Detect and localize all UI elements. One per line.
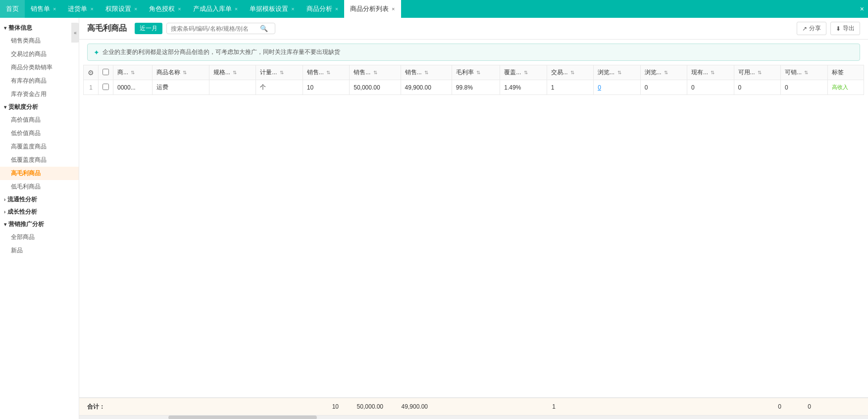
cell-browse1[interactable]: 0 bbox=[594, 80, 640, 95]
col-usable-stock[interactable]: 可用... ⇅ bbox=[734, 65, 780, 80]
col-tag[interactable]: 标签 bbox=[827, 65, 864, 80]
data-table: ⚙ 商... ⇅ 商品名称 ⇅ bbox=[83, 65, 864, 95]
sidebar: « ▾ 整体信息 销售类商品 交易过的商品 商品分类助销率 有库存的商品 库存资… bbox=[0, 18, 79, 419]
tab-permission[interactable]: 权限设置 × bbox=[100, 0, 143, 18]
share-icon: ↗ bbox=[802, 25, 807, 32]
sidebar-item-high-margin[interactable]: 高毛利商品 bbox=[0, 167, 79, 180]
sidebar-group-overall[interactable]: ▾ 整体信息 bbox=[0, 22, 79, 34]
export-button[interactable]: ⬇ 导出 bbox=[830, 22, 860, 35]
cell-sale-amount: 50,000.00 bbox=[350, 80, 401, 95]
col-code[interactable]: 商... ⇅ bbox=[113, 65, 153, 80]
sidebar-item-high-value[interactable]: 高价值商品 bbox=[0, 113, 79, 127]
sidebar-item-low-coverage[interactable]: 低覆盖度商品 bbox=[0, 153, 79, 167]
sort-icon: ⇅ bbox=[131, 70, 135, 75]
tab-product-analysis-list[interactable]: 商品分析列表 × bbox=[344, 0, 401, 18]
sidebar-item-low-value[interactable]: 低价值商品 bbox=[0, 127, 79, 140]
sort-icon: ⇅ bbox=[570, 70, 574, 75]
sort-icon: ⇅ bbox=[476, 70, 480, 75]
chevron-down-icon: ▾ bbox=[4, 25, 6, 31]
col-saleable-stock[interactable]: 可销... ⇅ bbox=[781, 65, 827, 80]
col-sale-qty[interactable]: 销售... ⇅ bbox=[303, 65, 349, 80]
footer-transaction: 1 bbox=[526, 403, 556, 410]
sidebar-item-stock-capital[interactable]: 库存资金占用 bbox=[0, 88, 79, 101]
content-area: 高毛利商品 近一月 🔍 ↗ 分享 ⬇ 导出 ✦ 企业的主要的利润都是这部分商品创… bbox=[79, 18, 868, 419]
col-spec[interactable]: 规格... ⇅ bbox=[209, 65, 255, 80]
page-title: 高毛利商品 bbox=[87, 23, 127, 34]
footer-label: 合计： bbox=[87, 403, 105, 411]
col-browse2[interactable]: 浏览... ⇅ bbox=[640, 65, 687, 80]
close-icon[interactable]: × bbox=[53, 6, 56, 12]
close-icon[interactable]: × bbox=[392, 6, 395, 12]
search-icon[interactable]: 🔍 bbox=[260, 25, 268, 32]
col-coverage[interactable]: 覆盖... ⇅ bbox=[500, 65, 547, 80]
tab-purchase[interactable]: 进货单 × bbox=[62, 0, 99, 18]
sidebar-group-contribution[interactable]: ▾ 贡献度分析 bbox=[0, 101, 79, 113]
scroll-thumb[interactable] bbox=[168, 416, 317, 419]
cell-current-stock: 0 bbox=[687, 80, 734, 95]
sidebar-item-new-goods[interactable]: 新品 bbox=[0, 244, 79, 257]
sidebar-item-traded-goods[interactable]: 交易过的商品 bbox=[0, 47, 79, 61]
sidebar-item-stocked-goods[interactable]: 有库存的商品 bbox=[0, 74, 79, 88]
chevron-down-icon: ▾ bbox=[4, 222, 6, 227]
cell-saleable-stock: 0 bbox=[781, 80, 827, 95]
sidebar-group-liquidity[interactable]: › 流通性分析 bbox=[0, 193, 79, 206]
tab-product-analysis[interactable]: 商品分析 × bbox=[301, 0, 344, 18]
table-row: 1 0000... 运费 个 10 50,000.00 49,900.00 99… bbox=[84, 80, 864, 95]
col-sale-profit[interactable]: 销售... ⇅ bbox=[401, 65, 452, 80]
close-icon[interactable]: × bbox=[235, 6, 238, 12]
filter-recent-month-button[interactable]: 近一月 bbox=[135, 23, 162, 34]
cell-tag: 高收入 bbox=[827, 80, 864, 95]
tab-template-settings[interactable]: 单据模板设置 × bbox=[244, 0, 300, 18]
col-browse1[interactable]: 浏览... ⇅ bbox=[594, 65, 640, 80]
close-icon[interactable]: × bbox=[335, 6, 338, 12]
select-all-checkbox[interactable] bbox=[102, 69, 109, 75]
sidebar-collapse-button[interactable]: « bbox=[71, 23, 79, 43]
sidebar-item-category-rate[interactable]: 商品分类助销率 bbox=[0, 61, 79, 74]
close-icon[interactable]: × bbox=[90, 6, 93, 12]
tab-role[interactable]: 角色授权 × bbox=[143, 0, 187, 18]
horizontal-scrollbar[interactable] bbox=[79, 415, 868, 419]
cell-transaction: 1 bbox=[547, 80, 593, 95]
row-checkbox[interactable] bbox=[102, 84, 109, 90]
export-icon: ⬇ bbox=[836, 25, 841, 32]
sidebar-item-all-goods[interactable]: 全部商品 bbox=[0, 231, 79, 244]
tab-sales[interactable]: 销售单 × bbox=[25, 0, 62, 18]
col-sale-amount[interactable]: 销售... ⇅ bbox=[350, 65, 401, 80]
col-gross-margin[interactable]: 毛利率 ⇅ bbox=[452, 65, 500, 80]
col-transaction[interactable]: 交易... ⇅ bbox=[547, 65, 593, 80]
col-unit[interactable]: 计量... ⇅ bbox=[256, 65, 303, 80]
sort-icon: ⇅ bbox=[326, 70, 330, 75]
info-text: 企业的主要的利润都是这部分商品创造的，可考虑加大推广，同时关注库存量不要出现缺货 bbox=[102, 48, 340, 56]
tab-home[interactable]: 首页 bbox=[0, 0, 25, 18]
gear-icon[interactable]: ⚙ bbox=[88, 69, 94, 77]
sidebar-item-low-margin[interactable]: 低毛利商品 bbox=[0, 180, 79, 193]
col-checkbox[interactable] bbox=[99, 65, 113, 80]
col-current-stock[interactable]: 现有... ⇅ bbox=[687, 65, 734, 80]
table-footer: 合计： 10 50,000.00 49,900.00 1 0 0 bbox=[79, 397, 868, 415]
close-icon[interactable]: × bbox=[291, 6, 294, 12]
cell-unit: 个 bbox=[256, 80, 303, 95]
cell-browse2: 0 bbox=[640, 80, 687, 95]
share-button[interactable]: ↗ 分享 bbox=[797, 22, 826, 35]
sidebar-group-marketing[interactable]: ▾ 营销推广分析 bbox=[0, 218, 79, 231]
close-icon[interactable]: × bbox=[134, 6, 137, 12]
col-name[interactable]: 商品名称 ⇅ bbox=[152, 65, 209, 80]
close-icon[interactable]: × bbox=[178, 6, 181, 12]
search-input[interactable] bbox=[171, 25, 260, 32]
cell-sale-qty: 10 bbox=[303, 80, 349, 95]
sort-icon: ⇅ bbox=[524, 70, 528, 75]
row-checkbox-cell[interactable] bbox=[99, 80, 113, 95]
footer-sale-amount: 50,000.00 bbox=[339, 403, 383, 410]
col-settings[interactable]: ⚙ bbox=[84, 65, 99, 80]
tab-product-warehousing[interactable]: 产成品入库单 × bbox=[187, 0, 244, 18]
sidebar-group-growth[interactable]: › 成长性分析 bbox=[0, 206, 79, 218]
window-close-button[interactable]: × bbox=[860, 5, 864, 13]
table-container[interactable]: ⚙ 商... ⇅ 商品名称 ⇅ bbox=[79, 65, 868, 397]
sort-icon: ⇅ bbox=[617, 70, 621, 75]
sidebar-item-sales-goods[interactable]: 销售类商品 bbox=[0, 34, 79, 47]
sidebar-item-high-coverage[interactable]: 高覆盖度商品 bbox=[0, 140, 79, 153]
search-box: 🔍 bbox=[166, 23, 275, 34]
tag-badge: 高收入 bbox=[832, 84, 848, 90]
browse1-link[interactable]: 0 bbox=[598, 84, 601, 91]
main-container: « ▾ 整体信息 销售类商品 交易过的商品 商品分类助销率 有库存的商品 库存资… bbox=[0, 18, 868, 419]
